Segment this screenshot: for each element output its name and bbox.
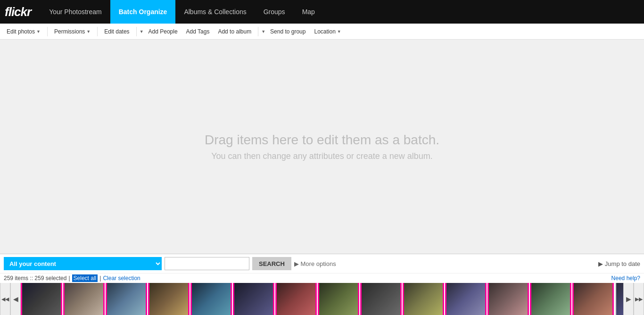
add-to-album-dropdown-arrow[interactable]: ▼ — [261, 29, 265, 34]
add-people-label: Add People — [149, 28, 178, 35]
photo-thumb-13[interactable] — [530, 283, 571, 315]
nav-albums-collections[interactable]: Albums & Collections — [175, 0, 255, 24]
separator-1: | — [68, 275, 70, 282]
nav-photostream[interactable]: Your Photostream — [41, 0, 110, 24]
send-to-group-button[interactable]: Send to group — [266, 26, 309, 37]
add-to-album-button[interactable]: Add to album — [214, 26, 255, 37]
top-navigation: flickr Your Photostream Batch Organize A… — [0, 0, 644, 24]
edit-photos-label: Edit photos — [7, 28, 35, 35]
photo-thumb-4[interactable] — [148, 283, 190, 315]
nav-groups[interactable]: Groups — [255, 0, 294, 24]
dropzone-heading: Drag items here to edit them as a batch. — [205, 133, 439, 148]
add-tags-button[interactable]: Add Tags — [182, 26, 214, 37]
dropzone: Drag items here to edit them as a batch.… — [0, 40, 644, 254]
nav-map[interactable]: Map — [294, 0, 323, 24]
photo-thumb-8[interactable] — [318, 283, 359, 315]
clear-selection-link[interactable]: Clear selection — [103, 275, 140, 282]
need-help-link[interactable]: Need help? — [611, 275, 640, 282]
edit-dates-dropdown-arrow[interactable]: ▼ — [140, 29, 144, 34]
items-count: 259 items :: 259 selected — [4, 275, 66, 282]
edit-dates-label: Edit dates — [104, 28, 129, 35]
permissions-button[interactable]: Permissions ▼ — [50, 26, 94, 37]
photo-thumb-5[interactable] — [190, 283, 232, 315]
strip-prev-button[interactable]: ◀ — [10, 283, 21, 315]
flickr-logo[interactable]: flickr — [5, 5, 31, 19]
photo-thumb-6[interactable] — [233, 283, 274, 315]
toolbar: Edit photos ▼ Permissions ▼ Edit dates ▼… — [0, 24, 644, 40]
strip-next-button[interactable]: ▶ — [623, 283, 634, 315]
select-all-link[interactable]: Select all — [72, 274, 98, 282]
items-bar: 259 items :: 259 selected | Select all |… — [0, 274, 644, 283]
strip-start-button[interactable]: ◀◀ — [0, 283, 10, 315]
toolbar-divider-3 — [136, 27, 137, 36]
edit-dates-button[interactable]: Edit dates — [100, 26, 133, 37]
bottom-panel: All your content SEARCH ▶ More options ▶… — [0, 254, 644, 315]
photo-thumb-10[interactable] — [403, 283, 444, 315]
photo-strip-wrapper: ◀◀ ◀ ▶ ▶▶ — [0, 283, 644, 315]
add-tags-label: Add Tags — [186, 28, 210, 35]
strip-end-button[interactable]: ▶▶ — [634, 283, 644, 315]
edit-photos-arrow: ▼ — [36, 29, 41, 34]
location-arrow: ▼ — [337, 29, 341, 34]
photo-thumb-14[interactable] — [572, 283, 614, 315]
photo-thumb-12[interactable] — [487, 283, 529, 315]
location-button[interactable]: Location ▼ — [310, 26, 345, 37]
edit-photos-button[interactable]: Edit photos ▼ — [3, 26, 44, 37]
content-select[interactable]: All your content — [4, 257, 162, 270]
photo-thumb-11[interactable] — [445, 283, 487, 315]
photo-thumb-7[interactable] — [275, 283, 317, 315]
separator-2: | — [99, 275, 101, 282]
search-input[interactable] — [165, 257, 249, 270]
photo-thumb-1[interactable] — [21, 283, 62, 315]
photo-strip — [21, 283, 623, 315]
toolbar-divider-4 — [258, 27, 258, 36]
nav-batch-organize[interactable]: Batch Organize — [110, 0, 176, 24]
jump-to-date-button[interactable]: ▶ Jump to date — [598, 260, 640, 267]
search-button[interactable]: SEARCH — [252, 257, 291, 270]
more-options-button[interactable]: ▶ More options — [294, 260, 336, 267]
add-people-button[interactable]: Add People — [145, 26, 182, 37]
photo-thumb-15[interactable] — [615, 283, 623, 315]
add-to-album-label: Add to album — [218, 28, 251, 35]
dropzone-subtext: You can then change any attributes or cr… — [211, 151, 433, 161]
photo-thumb-2[interactable] — [63, 283, 105, 315]
search-bar: All your content SEARCH ▶ More options ▶… — [0, 254, 644, 274]
location-label: Location — [314, 28, 335, 35]
permissions-arrow: ▼ — [86, 29, 91, 34]
permissions-label: Permissions — [54, 28, 85, 35]
toolbar-divider-2 — [97, 27, 98, 36]
photo-thumb-3[interactable] — [106, 283, 147, 315]
toolbar-divider-1 — [47, 27, 48, 36]
send-to-group-label: Send to group — [270, 28, 305, 35]
photo-thumb-9[interactable] — [360, 283, 402, 315]
